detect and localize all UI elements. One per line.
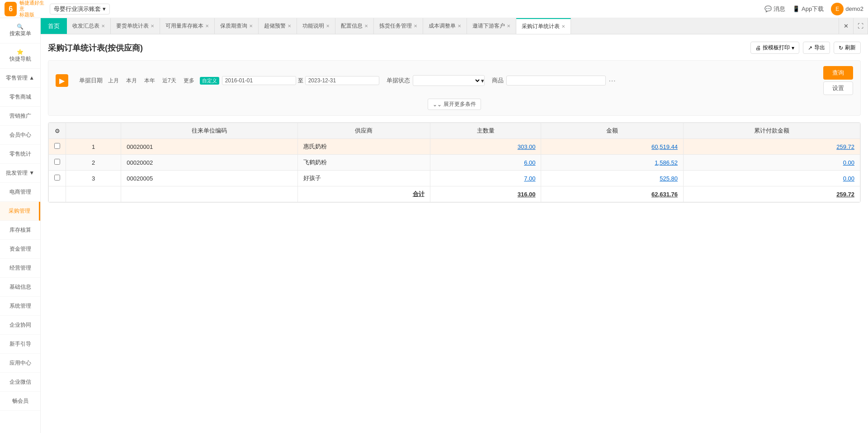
sidebar-item-newbie[interactable]: 新手引导 [0,335,40,354]
download-icon: 📱 [793,5,800,12]
goods-input[interactable] [506,76,606,86]
sidebar-item-apps[interactable]: 应用中心 [0,354,40,373]
date-from-input[interactable] [222,76,296,85]
print-icon: 🖨 [755,45,761,51]
workspace-selector[interactable]: 母婴行业演示账套 ▾ [50,4,110,14]
tab-fullscreen-button[interactable]: ⛶ [854,18,868,34]
tab-close-baozhiqi[interactable]: ✕ [249,24,253,29]
tab-chengben[interactable]: 成本调整单 ✕ [423,18,467,34]
th-paid: 累计付款金额 [683,123,860,139]
app-download-button[interactable]: 📱 App下载 [793,5,824,13]
avatar-icon: E [831,3,844,15]
sidebar-item-retail-mall[interactable]: 零售商城 [0,88,40,107]
sidebar-item-wechat[interactable]: 企业微信 [0,373,40,392]
expand-more-button[interactable]: ⌄⌄ 展开更多条件 [428,99,481,110]
tab-keyong[interactable]: 可用量库存账本 ✕ [160,18,215,34]
row-qty[interactable]: 7.00 [430,171,541,186]
tab-close-all-button[interactable]: ✕ [839,18,854,34]
sidebar-item-operations[interactable]: 经营管理 [0,259,40,278]
row-paid[interactable]: 259.72 [683,139,860,155]
row-checkbox-cell[interactable] [49,155,66,171]
tab-close-gongneng[interactable]: ✕ [326,24,330,29]
tab-gongneng[interactable]: 功能说明 ✕ [297,18,335,34]
row-qty[interactable]: 6.00 [430,155,541,171]
footer-seq-cell [66,186,121,202]
logo-icon: 6 [5,2,17,16]
status-filter-label: 单据状态 [387,76,410,85]
sidebar-item-search[interactable]: 🔍 搜索菜单 [0,18,40,43]
tab-baozhiqi[interactable]: 保质期查询 ✕ [215,18,259,34]
status-select[interactable] [413,76,481,86]
row-paid[interactable]: 0.00 [683,171,860,186]
template-print-button[interactable]: 🖨 按模板打印 ▾ [750,42,799,54]
tab-home[interactable]: 首页 [41,18,67,34]
row-amount[interactable]: 60,519.44 [541,139,683,155]
row-unit-code: 00020002 [121,155,298,171]
sidebar-item-member[interactable]: 畅会员 [0,392,40,411]
message-button[interactable]: 💬 消息 [764,5,785,13]
tab-close-caigou[interactable]: ✕ [561,24,565,29]
sidebar-item-membership[interactable]: 会员中心 [0,126,40,145]
export-button[interactable]: ↗ 导出 [803,42,830,54]
refresh-button[interactable]: ↻ 刷新 [834,42,861,54]
tab-close-tuohuo[interactable]: ✕ [414,24,417,29]
shortcut-this-year[interactable]: 本年 [142,76,158,86]
expand-icon: ⌄⌄ [433,101,442,108]
shortcut-more[interactable]: 更多 [181,76,197,86]
tab-shoufashui[interactable]: 收发汇总表 ✕ [67,18,111,34]
tab-close-chengben[interactable]: ✕ [458,24,461,29]
sidebar-item-ecommerce[interactable]: 电商管理 [0,183,40,202]
table-row: 2 00020002 飞鹤奶粉 6.00 1,586.52 0.00 [49,155,860,171]
tab-close-keyong[interactable]: ✕ [205,24,209,29]
tab-yaohuo[interactable]: 要货单统计表 ✕ [111,18,160,34]
sidebar-item-wholesale[interactable]: 批发管理 ▼ [0,164,40,183]
date-to-input[interactable] [305,76,379,85]
row-amount[interactable]: 525.80 [541,171,683,186]
shortcut-7-days[interactable]: 近7天 [160,76,179,86]
row-checkbox-cell[interactable] [49,139,66,155]
shortcut-last-month[interactable]: 上月 [105,76,122,86]
footer-paid-cell: 259.72 [683,186,860,202]
tab-caigou[interactable]: 采购订单统计表 ✕ [516,18,571,34]
user-avatar[interactable]: E demo2 [831,3,863,15]
tab-close-chaochuyujing[interactable]: ✕ [288,24,291,29]
refresh-icon: ↻ [839,45,843,51]
goods-more-icon[interactable]: ⋯ [609,76,616,85]
row-seq: 1 [66,139,121,155]
filter-row-main: ▶ 单据日期 上月 本月 本年 近7天 更多 自定义 [56,66,853,95]
row-qty[interactable]: 303.00 [430,139,541,155]
sidebar-item-retail-stats[interactable]: 零售统计 [0,145,40,164]
tab-close-yaoqing[interactable]: ✕ [507,24,510,29]
th-settings[interactable]: ⚙ [49,123,66,139]
sidebar-item-retail[interactable]: 零售管理 ▲ [0,69,40,88]
query-button[interactable]: 查询 [823,66,853,80]
th-qty: 主数量 [430,123,541,139]
row-paid[interactable]: 0.00 [683,155,860,171]
sidebar-item-marketing[interactable]: 营销推广 [0,107,40,126]
tab-close-peizhi[interactable]: ✕ [364,24,368,29]
row-amount[interactable]: 1,586.52 [541,155,683,171]
settings-button[interactable]: 设置 [823,81,853,95]
content-area: 首页 收发汇总表 ✕ 要货单统计表 ✕ 可用量库存账本 ✕ 保质期查询 ✕ [41,18,868,433]
tab-tuohuo[interactable]: 拣货任务管理 ✕ [374,18,423,34]
sidebar-item-purchase[interactable]: 采购管理 [0,202,40,221]
table-row: 1 00020001 惠氏奶粉 303.00 60,519.44 259.72 [49,139,860,155]
sidebar-item-finance[interactable]: 资金管理 [0,240,40,259]
tab-close-yaohuo[interactable]: ✕ [151,24,154,29]
tab-yaoqing[interactable]: 邀请下游客户 ✕ [467,18,516,34]
sidebar-item-system[interactable]: 系统管理 [0,297,40,316]
shortcut-this-month[interactable]: 本月 [123,76,140,86]
tab-close-shoufashui[interactable]: ✕ [101,24,105,29]
sidebar-item-enterprise[interactable]: 企业协同 [0,316,40,335]
tab-chaochuyujing[interactable]: 超储预警 ✕ [259,18,297,34]
date-shortcuts: 上月 本月 本年 近7天 更多 [105,76,197,86]
filter-toggle-button[interactable]: ▶ [56,74,68,87]
star-icon: ⭐ [3,49,38,55]
tab-peizhi[interactable]: 配置信息 ✕ [335,18,374,34]
row-checkbox-cell[interactable] [49,171,66,186]
sidebar-item-basic[interactable]: 基础信息 [0,278,40,297]
sidebar-item-inventory[interactable]: 库存核算 [0,221,40,240]
sidebar-item-shortcut[interactable]: ⭐ 快捷导航 [0,43,40,69]
tab-end-buttons: ✕ ⛶ [839,18,868,34]
top-bar: 6 畅捷通好生意 标题版 母婴行业演示账套 ▾ 💬 消息 📱 App下载 E d… [0,0,868,18]
